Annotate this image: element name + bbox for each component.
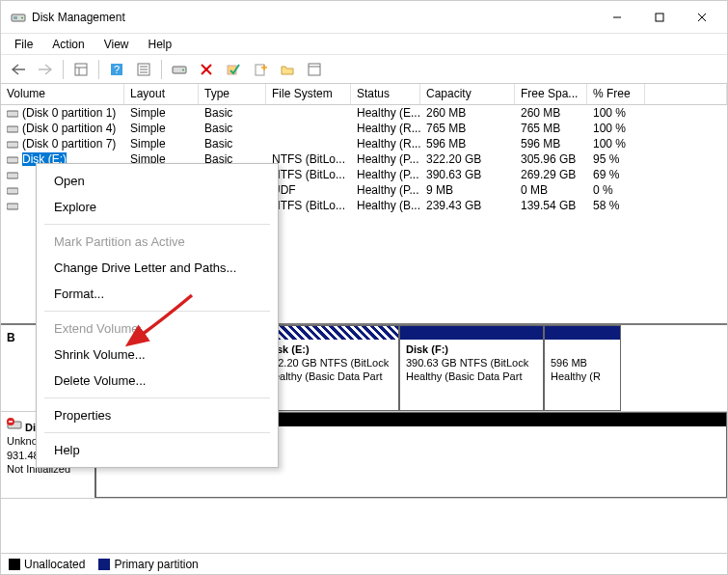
col-spare	[645, 84, 727, 104]
ctx-properties[interactable]: Properties	[37, 402, 278, 428]
new-icon[interactable]	[249, 58, 272, 81]
volume-row[interactable]: (Disk 0 partition 7)SimpleBasicHealthy (…	[1, 136, 727, 151]
titlebar: Disk Management	[1, 1, 727, 34]
properties-icon[interactable]	[303, 58, 326, 81]
svg-rect-24	[309, 64, 320, 75]
menu-file[interactable]: File	[7, 36, 40, 53]
col-free[interactable]: Free Spa...	[515, 84, 587, 104]
minimize-button[interactable]	[596, 4, 638, 31]
svg-rect-27	[7, 126, 18, 132]
svg-rect-7	[75, 64, 87, 75]
col-volume[interactable]: Volume	[1, 84, 124, 104]
legend: Unallocated Primary partition	[1, 553, 727, 574]
svg-rect-35	[9, 421, 13, 423]
partition[interactable]: Disk (E:)322.20 GB NTFS (BitLockHealthy …	[259, 325, 399, 411]
svg-rect-1	[13, 16, 17, 19]
checkmark-icon[interactable]	[222, 58, 245, 81]
col-filesystem[interactable]: File System	[266, 84, 351, 104]
menu-view[interactable]: View	[96, 36, 137, 53]
column-headers: Volume Layout Type File System Status Ca…	[1, 84, 727, 105]
svg-rect-4	[656, 14, 663, 21]
view-toggle-icon[interactable]	[69, 58, 93, 81]
col-layout[interactable]: Layout	[124, 84, 199, 104]
partition[interactable]: 596 MBHealthy (R	[544, 325, 621, 411]
window-title: Disk Management	[32, 11, 125, 24]
folder-new-icon[interactable]	[276, 58, 299, 81]
ctx-change-letter[interactable]: Change Drive Letter and Paths...	[37, 255, 278, 281]
delete-icon[interactable]	[195, 58, 218, 81]
ctx-delete[interactable]: Delete Volume...	[37, 368, 278, 394]
svg-rect-16	[173, 67, 186, 73]
volume-row[interactable]: (Disk 0 partition 4)SimpleBasicHealthy (…	[1, 121, 727, 136]
svg-line-19	[202, 65, 211, 74]
app-icon	[11, 10, 26, 25]
context-menu: Open Explore Mark Partition as Active Ch…	[36, 163, 279, 468]
col-pct[interactable]: % Free	[587, 84, 645, 104]
legend-unallocated: Unallocated	[9, 558, 85, 571]
close-button[interactable]	[681, 4, 723, 31]
svg-rect-12	[138, 64, 149, 75]
svg-rect-20	[228, 66, 236, 74]
col-status[interactable]: Status	[351, 84, 420, 104]
menubar: File Action View Help	[1, 34, 727, 55]
svg-line-18	[202, 65, 211, 74]
disk-management-window: Disk Management File Action View Help ? …	[0, 0, 728, 575]
disk-error-icon	[7, 418, 22, 434]
svg-line-5	[698, 14, 706, 21]
svg-rect-29	[7, 157, 18, 163]
svg-rect-30	[7, 173, 18, 178]
col-type[interactable]: Type	[199, 84, 266, 104]
svg-line-6	[698, 14, 706, 21]
drive-icon[interactable]	[168, 58, 191, 81]
ctx-mark-active: Mark Partition as Active	[37, 229, 278, 255]
svg-rect-10	[111, 64, 122, 75]
svg-rect-28	[7, 142, 18, 148]
svg-rect-31	[7, 188, 18, 194]
maximize-button[interactable]	[638, 4, 681, 31]
svg-rect-32	[7, 204, 18, 209]
ctx-shrink[interactable]: Shrink Volume...	[37, 342, 278, 368]
toolbar: ?	[1, 55, 727, 84]
menu-help[interactable]: Help	[141, 36, 180, 53]
menu-action[interactable]: Action	[44, 36, 92, 53]
col-capacity[interactable]: Capacity	[420, 84, 515, 104]
help-icon[interactable]: ?	[105, 58, 128, 81]
ctx-help[interactable]: Help	[37, 437, 278, 463]
ctx-format[interactable]: Format...	[37, 281, 278, 307]
svg-text:?: ?	[114, 64, 120, 75]
disk0-label: B	[7, 331, 15, 344]
svg-point-2	[21, 16, 23, 18]
svg-rect-21	[256, 65, 264, 75]
volume-row[interactable]: (Disk 0 partition 1)SimpleBasicHealthy (…	[1, 105, 727, 121]
svg-rect-26	[7, 111, 18, 117]
partition[interactable]: Disk (F:)390.63 GB NTFS (BitLockHealthy …	[399, 325, 544, 411]
back-button[interactable]	[7, 58, 30, 81]
ctx-open[interactable]: Open	[37, 168, 278, 194]
forward-button[interactable]	[34, 58, 57, 81]
legend-primary: Primary partition	[98, 558, 198, 571]
ctx-extend: Extend Volume...	[37, 315, 278, 342]
ctx-explore[interactable]: Explore	[37, 194, 278, 220]
settings-list-icon[interactable]	[132, 58, 155, 81]
svg-point-17	[182, 68, 184, 70]
